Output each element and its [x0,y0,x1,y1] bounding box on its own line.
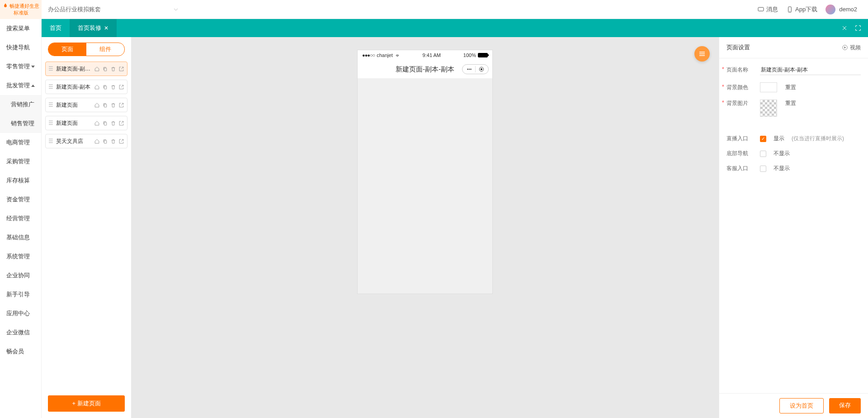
phone-body[interactable] [358,78,492,294]
page-list-row[interactable]: ☰昊天文具店 [45,134,127,148]
live-entry-checkbox[interactable] [760,136,766,142]
svg-point-8 [469,69,470,70]
sidebar-item-ecommerce[interactable]: 电商管理 [0,133,41,152]
drag-icon[interactable]: ☰ [48,102,53,108]
app-download-label: App下载 [795,5,817,14]
sidebar-item-system[interactable]: 系统管理 [0,247,41,266]
share-icon[interactable] [118,102,124,108]
chevron-down-icon [173,7,179,12]
carrier-label: chanjet [377,52,392,58]
drag-icon[interactable]: ☰ [48,84,53,90]
battery-icon [478,53,488,57]
live-entry-hint: (仅当进行直播时展示) [792,135,844,142]
share-icon[interactable] [118,66,124,72]
phone-icon [786,6,793,13]
delete-icon[interactable] [110,120,116,126]
sidebar-item-quicknav[interactable]: 快捷导航 [0,38,41,57]
drag-icon[interactable]: ☰ [48,138,53,144]
phone-statusbar: ●●●○○ chanjet 9:41 AM 100% [358,50,492,60]
delete-icon[interactable] [110,84,116,90]
video-help-link[interactable]: 视频 [842,44,861,52]
bg-image-label: 背景图片 [726,100,755,107]
home-icon[interactable] [94,84,100,90]
sidebar-item-collab[interactable]: 企业协同 [0,266,41,285]
messages-link[interactable]: 消息 [757,5,778,14]
bg-color-swatch[interactable] [760,82,777,92]
brand-name: 畅捷通好生意 [9,3,39,10]
delete-icon[interactable] [110,138,116,144]
user-menu[interactable]: demo2 [826,5,857,14]
page-list-row[interactable]: ☰新建页面-副本 [45,80,127,94]
bottom-nav-text: 不显示 [774,150,790,157]
close-all-icon[interactable] [841,24,848,32]
username: demo2 [839,6,857,13]
drag-icon[interactable]: ☰ [48,120,53,126]
svg-point-7 [467,69,468,70]
sidebar-item-guide[interactable]: 新手引导 [0,285,41,304]
app-download-link[interactable]: App下载 [786,5,817,14]
sidebar-item-retail[interactable]: 零售管理 [0,57,41,76]
cs-entry-checkbox[interactable] [760,166,766,172]
play-icon [842,44,848,51]
page-list-name: 新建页面-副本-... [56,65,91,73]
copy-icon[interactable] [102,66,108,72]
miniprogram-capsule[interactable] [462,64,489,74]
sidebar-item-marketing[interactable]: 营销推广 [0,95,41,114]
sidebar-item-wechat[interactable]: 企业微信 [0,323,41,342]
svg-rect-3 [104,86,106,89]
sidebar-item-purchase[interactable]: 采购管理 [0,152,41,171]
floating-menu-button[interactable] [694,46,710,62]
tab-home[interactable]: 首页 [42,19,70,37]
sidebar-item-sales[interactable]: 销售管理 [0,114,41,133]
sidebar-item-wholesale[interactable]: 批发管理 [0,76,41,95]
bg-color-reset[interactable]: 重置 [785,84,796,91]
home-icon[interactable] [94,120,100,126]
chat-icon [757,6,764,13]
sidebar-item-funds[interactable]: 资金管理 [0,190,41,209]
copy-icon[interactable] [102,138,108,144]
new-page-button[interactable]: + 新建页面 [48,395,125,412]
page-list-row[interactable]: ☰新建页面 [45,116,127,130]
share-icon[interactable] [118,120,124,126]
share-icon[interactable] [118,84,124,90]
bottom-nav-checkbox[interactable] [760,151,766,157]
delete-icon[interactable] [110,102,116,108]
drag-icon[interactable]: ☰ [48,66,53,72]
copy-icon[interactable] [102,84,108,90]
tab-strip: 首页 首页装修 ✕ [42,19,868,37]
page-list-row[interactable]: ☰新建页面 [45,98,127,112]
close-icon[interactable]: ✕ [104,25,108,31]
sidebar-item-member[interactable]: 畅会员 [0,342,41,361]
sidebar-item-business[interactable]: 经营管理 [0,209,41,228]
wifi-icon [395,52,400,58]
bg-image-picker[interactable] [760,100,777,117]
account-set-label: 办公品行业模拟账套 [48,5,101,14]
copy-icon[interactable] [102,102,108,108]
sidebar-item-search[interactable]: 搜索菜单 [0,19,41,38]
fullscreen-icon[interactable] [854,24,862,32]
sidebar-item-inventory[interactable]: 库存核算 [0,171,41,190]
copy-icon[interactable] [102,120,108,126]
bottom-nav-label: 底部导航 [726,150,755,157]
home-icon[interactable] [94,102,100,108]
account-set-selector[interactable]: 办公品行业模拟账套 [48,5,179,14]
props-title: 页面设置 [726,43,750,52]
segment-component[interactable]: 组件 [86,43,124,56]
share-icon[interactable] [118,138,124,144]
delete-icon[interactable] [110,66,116,72]
page-name-input[interactable] [760,65,861,75]
save-button[interactable]: 保存 [829,398,861,413]
segment-page[interactable]: 页面 [48,43,86,56]
sidebar-item-basic[interactable]: 基础信息 [0,228,41,247]
sidebar-item-appcenter[interactable]: 应用中心 [0,304,41,323]
home-icon[interactable] [94,138,100,144]
home-icon[interactable] [94,66,100,72]
page-list-name: 昊天文具店 [56,138,91,145]
set-home-button[interactable]: 设为首页 [779,398,824,413]
caret-down-icon [31,66,35,68]
bg-image-reset[interactable]: 重置 [785,100,796,107]
live-entry-text: 显示 [774,135,784,142]
page-list-row[interactable]: ☰新建页面-副本-... [45,62,127,76]
canvas: ●●●○○ chanjet 9:41 AM 100% 新建页面-副本-副本 [131,37,719,418]
tab-decoration[interactable]: 首页装修 ✕ [70,19,117,37]
